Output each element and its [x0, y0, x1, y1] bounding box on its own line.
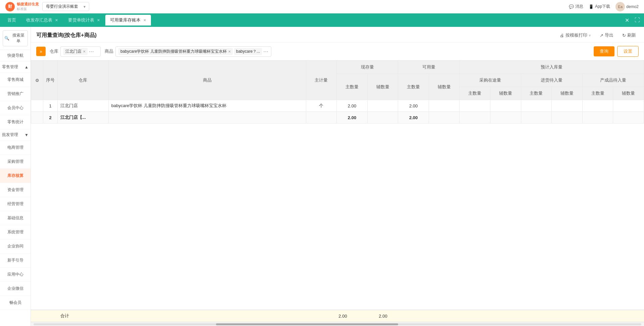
- sidebar-quick-nav[interactable]: 快捷导航: [0, 50, 31, 61]
- avatar: Ea: [615, 2, 625, 11]
- logo-text: 畅捷通好生意 标准版: [17, 2, 39, 11]
- top-bar: 财 畅捷通好生意 标准版 母婴行业演示账套 ▾ 💬 消息 📱 App下载 Ea …: [0, 0, 644, 13]
- content-area: 可用量查询(按仓库+商品) 🖨 按模板打印 ▾ ↗ 导出 ↻ 刷新 »: [31, 27, 644, 326]
- sidebar-search-area: 🔍 搜索菜单: [0, 27, 31, 50]
- sidebar-item-purchase[interactable]: 采购管理: [0, 155, 31, 169]
- td-produce-main-2: [582, 112, 613, 124]
- search-menu-button[interactable]: 🔍 搜索菜单: [3, 30, 28, 46]
- warehouse-tag: 江北门店 ✕: [63, 48, 88, 55]
- warehouse-more-button[interactable]: ···: [89, 48, 94, 54]
- horizontal-scrollbar[interactable]: [34, 323, 641, 325]
- th-avail-group: 可用量: [398, 61, 460, 74]
- chevron-down-icon: ▼: [24, 133, 29, 137]
- tab-close-all-button[interactable]: ✕: [624, 16, 631, 25]
- top-bar-left: 财 畅捷通好生意 标准版 母婴行业演示账套 ▾: [5, 2, 89, 11]
- tab-close-order-stats[interactable]: ✕: [97, 18, 100, 22]
- sidebar-item-system[interactable]: 系统管理: [0, 225, 31, 239]
- warehouse-label: 仓库: [50, 48, 58, 54]
- sidebar-item-ecommerce[interactable]: 电商管理: [0, 141, 31, 155]
- username-label: demo2: [626, 4, 639, 9]
- setting-button[interactable]: 设置: [617, 46, 639, 57]
- product-label: 商品: [105, 48, 113, 54]
- sidebar-item-newbie[interactable]: 新手引导: [0, 253, 31, 268]
- user-menu[interactable]: Ea demo2: [615, 2, 639, 11]
- th-produce-aux: 辅数量: [613, 87, 644, 100]
- sidebar-item-finance[interactable]: 资金管理: [0, 183, 31, 197]
- filter-area: » 仓库 江北门店 ✕ ··· 商品 babycare学饮杯 儿童防摔防撞吸管杯…: [31, 43, 644, 60]
- message-icon: 💬: [569, 4, 574, 9]
- refresh-icon: ↻: [622, 33, 626, 38]
- sidebar-item-retail-mgmt[interactable]: 零售管理 ▲: [0, 61, 31, 73]
- product-tag-1: babycare学饮杯 儿童防摔防撞吸管杯重力球吸嘴杯宝宝水杯 ✕: [118, 48, 233, 55]
- th-purchase-main: 主数量: [460, 87, 490, 100]
- page-actions: 🖨 按模板打印 ▾ ↗ 导出 ↻ 刷新: [557, 31, 639, 40]
- scroll-thumb[interactable]: [216, 323, 398, 325]
- td-stock-aux: [367, 100, 398, 112]
- td-produce-main: [582, 100, 613, 112]
- th-stock-aux: 辅数量: [367, 74, 398, 100]
- sidebar-item-member-center[interactable]: 会员中心: [0, 101, 31, 115]
- sidebar-item-app-center[interactable]: 应用中心: [0, 268, 31, 282]
- td-product: babycare学饮杯 儿童防摔防撞吸管杯重力球吸嘴杯宝宝水杯: [108, 100, 306, 112]
- th-incoming-main: 主数量: [521, 87, 552, 100]
- tab-order-stats[interactable]: 要货单统计表 ✕: [63, 15, 105, 26]
- tab-available-inventory[interactable]: 可用量库存账本 ✕: [105, 15, 151, 26]
- query-button[interactable]: 查询: [594, 46, 614, 56]
- sidebar-item-inventory[interactable]: 库存核算: [0, 169, 31, 183]
- td-incoming-main-2: [521, 112, 552, 124]
- th-avail-main: 主数量: [398, 74, 429, 100]
- warehouse-tag-close[interactable]: ✕: [83, 50, 86, 53]
- tab-close-receive-summary[interactable]: ✕: [55, 18, 58, 22]
- th-purchase-aux: 辅数量: [490, 87, 521, 100]
- chevron-up-icon: ▲: [24, 65, 29, 69]
- product-input[interactable]: babycare学饮杯 儿童防摔防撞吸管杯重力球吸嘴杯宝宝水杯 ✕ babyca…: [115, 46, 271, 57]
- message-button[interactable]: 💬 消息: [569, 4, 583, 9]
- table-wrapper: ⚙ 序号 仓库 商品 主计量 现存量 可用量 预计入库量 主数量 辅数量 主数量: [31, 60, 644, 310]
- sidebar-item-operations[interactable]: 经营管理: [0, 197, 31, 211]
- export-button[interactable]: ↗ 导出: [597, 31, 616, 40]
- th-produce-group: 产成品待入量: [582, 74, 644, 87]
- logo-area: 财 畅捷通好生意 标准版: [5, 2, 39, 11]
- td-gear-2: [31, 112, 43, 124]
- industry-selector[interactable]: 母婴行业演示账套 ▾: [42, 2, 89, 11]
- sidebar-item-wholesale-mgmt[interactable]: 批发管理 ▼: [0, 129, 31, 141]
- td-avail-aux: [429, 100, 460, 112]
- sidebar-item-retail-stats[interactable]: 零售统计: [0, 115, 31, 129]
- sidebar-item-vip[interactable]: 畅会员: [0, 296, 31, 310]
- product-tag-1-close[interactable]: ✕: [228, 50, 231, 53]
- print-icon: 🖨: [560, 33, 564, 38]
- sidebar-item-enterprise[interactable]: 企业协同: [0, 239, 31, 253]
- page-header: 可用量查询(按仓库+商品) 🖨 按模板打印 ▾ ↗ 导出 ↻ 刷新: [31, 27, 644, 43]
- sidebar-item-marketing[interactable]: 营销推广: [0, 87, 31, 101]
- message-label: 消息: [575, 4, 583, 9]
- warehouse-input[interactable]: 江北门店 ✕ ···: [60, 46, 101, 57]
- td-purchase-aux-2: [490, 112, 521, 124]
- td-purchase-main: [460, 100, 490, 112]
- td-main-unit-2: [306, 112, 337, 124]
- phone-icon: 📱: [589, 4, 594, 9]
- td-incoming-aux: [552, 100, 583, 112]
- tab-expand-button[interactable]: ⛶: [633, 16, 641, 25]
- sidebar-item-basic-info[interactable]: 基础信息: [0, 211, 31, 225]
- sidebar-item-enterprise-wechat[interactable]: 企业微信: [0, 282, 31, 296]
- tab-home[interactable]: 首页: [3, 15, 21, 26]
- refresh-button[interactable]: ↻ 刷新: [620, 31, 639, 40]
- table-footer: 合计 2.00 2.00: [31, 310, 644, 322]
- td-stock-main-2: 2.00: [337, 112, 368, 124]
- tab-receive-summary[interactable]: 收发存汇总表 ✕: [21, 15, 63, 26]
- filter-toggle-button[interactable]: »: [36, 47, 46, 56]
- industry-value: 母婴行业演示账套: [46, 4, 78, 9]
- th-purchase-group: 采购在途量: [460, 74, 521, 87]
- td-idx-2: 2: [43, 112, 58, 124]
- product-more-button[interactable]: ···: [263, 48, 268, 54]
- sidebar-item-retail-mall[interactable]: 零售商城: [0, 73, 31, 87]
- td-purchase-aux: [490, 100, 521, 112]
- print-template-button[interactable]: 🖨 按模板打印 ▾: [557, 31, 594, 40]
- page-title: 可用量查询(按仓库+商品): [36, 32, 97, 39]
- td-produce-aux: [613, 100, 644, 112]
- app-download-label: App下载: [595, 4, 610, 9]
- th-gear[interactable]: ⚙: [31, 61, 43, 100]
- app-download-button[interactable]: 📱 App下载: [589, 4, 610, 9]
- tab-close-available-inventory[interactable]: ✕: [143, 18, 146, 22]
- td-main-unit: 个: [306, 100, 337, 112]
